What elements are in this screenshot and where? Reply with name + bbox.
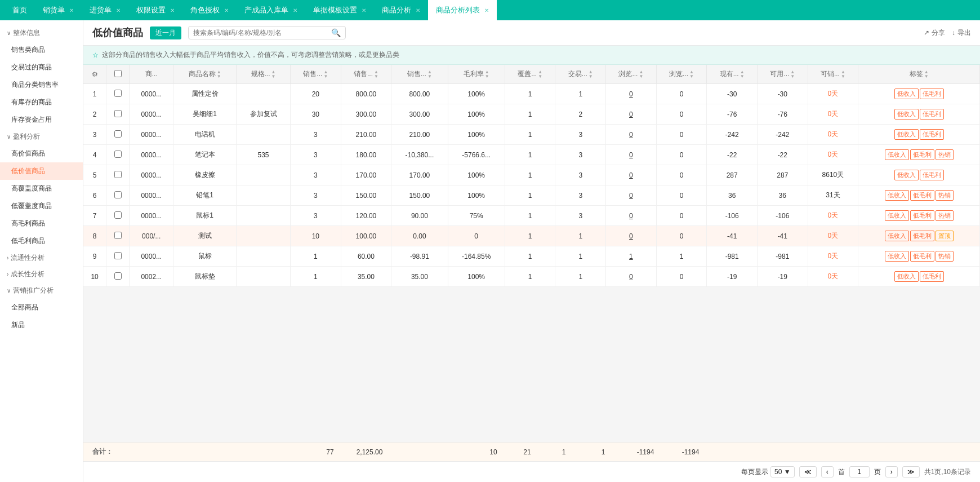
col-header-gross_margin[interactable]: 毛利率▲▼ bbox=[448, 65, 505, 84]
row-checkbox[interactable] bbox=[114, 110, 122, 117]
export-button[interactable]: ↓ 导出 bbox=[952, 28, 971, 38]
last-page-button[interactable]: ≫ bbox=[902, 466, 920, 477]
close-icon[interactable]: ✕ bbox=[224, 7, 229, 14]
col-header-sellable[interactable]: 可销...▲▼ bbox=[808, 65, 858, 84]
sidebar-group-成长性分析[interactable]: ›成长性分析 bbox=[0, 266, 83, 282]
nav-item-首页[interactable]: 首页 bbox=[5, 0, 35, 20]
col-header-sales_amount[interactable]: 销售...▲▼ bbox=[391, 65, 448, 84]
row-checkbox[interactable] bbox=[114, 171, 122, 178]
col-header-sales_qty[interactable]: 销售...▲▼ bbox=[291, 65, 341, 84]
next-page-button[interactable]: › bbox=[885, 466, 898, 477]
tag-badge: 低毛利 bbox=[920, 129, 944, 140]
sidebar-item-低毛利商品[interactable]: 低毛利商品 bbox=[0, 232, 83, 250]
footer-label: 合计： bbox=[92, 447, 113, 457]
cell-spec bbox=[237, 226, 291, 246]
col-header-code[interactable]: 商... bbox=[130, 65, 173, 84]
col-header-view1[interactable]: 浏览...▲▼ bbox=[606, 65, 657, 84]
cell-coverage: 1 bbox=[505, 125, 555, 145]
sidebar-item-库存资金占用[interactable]: 库存资金占用 bbox=[0, 111, 83, 129]
row-checkbox[interactable] bbox=[114, 90, 122, 97]
sidebar-item-新品[interactable]: 新品 bbox=[0, 316, 83, 334]
cell-name: 橡皮擦 bbox=[173, 165, 237, 185]
col-header-trade[interactable]: 交易...▲▼ bbox=[555, 65, 606, 84]
footer-cell: 1 bbox=[583, 448, 623, 456]
sidebar-item-有库存的商品[interactable]: 有库存的商品 bbox=[0, 94, 83, 111]
col-header-available_stock[interactable]: 可用...▲▼ bbox=[757, 65, 808, 84]
col-header-view2[interactable]: 浏览...▲▼ bbox=[656, 65, 707, 84]
row-checkbox[interactable] bbox=[114, 130, 122, 138]
tag-badge: 低毛利 bbox=[910, 190, 934, 201]
col-header-checkbox[interactable] bbox=[106, 65, 130, 84]
cell-trade: 3 bbox=[555, 206, 606, 226]
col-header-sales_price[interactable]: 销售...▲▼ bbox=[341, 65, 391, 84]
sidebar-group-整体信息[interactable]: ∨整体信息 bbox=[0, 25, 83, 41]
first-page-button[interactable]: ≪ bbox=[799, 466, 817, 477]
cell-current_stock: -30 bbox=[707, 84, 758, 104]
nav-item-权限设置[interactable]: 权限设置✕ bbox=[128, 0, 182, 20]
sidebar-item-高价值商品[interactable]: 高价值商品 bbox=[0, 145, 83, 162]
row-checkbox[interactable] bbox=[114, 151, 122, 158]
cell-view1: 0 bbox=[606, 84, 657, 104]
page-number-input[interactable] bbox=[849, 466, 870, 477]
cell-name: 属性定价 bbox=[173, 84, 237, 104]
sidebar-item-高覆盖度商品[interactable]: 高覆盖度商品 bbox=[0, 180, 83, 197]
cell-sales_amount: 170.00 bbox=[391, 165, 448, 185]
sidebar-group-盈利分析[interactable]: ∨盈利分析 bbox=[0, 129, 83, 145]
sidebar-item-低覆盖度商品[interactable]: 低覆盖度商品 bbox=[0, 197, 83, 215]
row-checkbox[interactable] bbox=[114, 191, 122, 198]
nav-item-进货单[interactable]: 进货单✕ bbox=[82, 0, 128, 20]
sidebar-item-全部商品[interactable]: 全部商品 bbox=[0, 299, 83, 316]
close-icon[interactable]: ✕ bbox=[116, 7, 121, 14]
sidebar-group-流通性分析[interactable]: ›流通性分析 bbox=[0, 250, 83, 266]
row-checkbox[interactable] bbox=[114, 272, 122, 280]
cell-trade: 1 bbox=[555, 267, 606, 287]
table-row: 8000/...测试10100.000.0001100-41-410天低收入低毛… bbox=[83, 226, 980, 246]
row-checkbox[interactable] bbox=[114, 252, 122, 259]
close-icon[interactable]: ✕ bbox=[484, 7, 489, 14]
close-icon[interactable]: ✕ bbox=[362, 7, 366, 14]
sidebar-group-营销推广分析[interactable]: ∨营销推广分析 bbox=[0, 282, 83, 299]
tag-badge: 热销 bbox=[936, 210, 954, 221]
close-icon[interactable]: ✕ bbox=[170, 7, 175, 14]
close-icon[interactable]: ✕ bbox=[293, 7, 297, 14]
nav-item-商品分析[interactable]: 商品分析✕ bbox=[374, 0, 428, 20]
table-container: ⚙商...商品名称▲▼规格...▲▼销售...▲▼销售...▲▼销售...▲▼毛… bbox=[83, 65, 980, 442]
col-header-tags[interactable]: 标签▲▼ bbox=[858, 65, 980, 84]
sidebar-item-商品分类销售率[interactable]: 商品分类销售率 bbox=[0, 76, 83, 94]
nav-item-角色授权[interactable]: 角色授权✕ bbox=[182, 0, 237, 20]
cell-sales_price: 210.00 bbox=[341, 125, 391, 145]
share-button[interactable]: ↗ 分享 bbox=[924, 28, 945, 38]
cell-name: 测试 bbox=[173, 226, 237, 246]
sidebar-item-销售类商品[interactable]: 销售类商品 bbox=[0, 41, 83, 59]
sidebar-item-高毛利商品[interactable]: 高毛利商品 bbox=[0, 215, 83, 232]
nav-item-产成品入库单[interactable]: 产成品入库单✕ bbox=[237, 0, 305, 20]
col-header-name[interactable]: 商品名称▲▼ bbox=[173, 65, 237, 84]
cell-id: 3 bbox=[83, 125, 106, 145]
row-checkbox[interactable] bbox=[114, 211, 122, 219]
select-all-checkbox[interactable] bbox=[114, 70, 122, 77]
nav-item-销货单[interactable]: 销货单✕ bbox=[35, 0, 82, 20]
nav-item-单据模板设置[interactable]: 单据模板设置✕ bbox=[305, 0, 374, 20]
cell-coverage: 1 bbox=[505, 267, 555, 287]
filter-button[interactable]: 近一月 bbox=[150, 26, 181, 39]
sidebar-item-低价值商品[interactable]: 低价值商品 bbox=[0, 162, 83, 180]
cell-code: 0002... bbox=[130, 267, 173, 287]
row-checkbox[interactable] bbox=[114, 232, 122, 239]
table-row: 20000...吴细细1参加复试30300.00300.00100%1200-7… bbox=[83, 104, 980, 125]
cell-id: 10 bbox=[83, 267, 106, 287]
cell-trade: 3 bbox=[555, 145, 606, 165]
close-icon[interactable]: ✕ bbox=[69, 7, 74, 14]
col-header-current_stock[interactable]: 现有...▲▼ bbox=[707, 65, 758, 84]
prev-page-button[interactable]: ‹ bbox=[821, 466, 834, 477]
cell-trade: 1 bbox=[555, 84, 606, 104]
col-header-settings[interactable]: ⚙ bbox=[83, 65, 106, 84]
sidebar-item-交易过的商品[interactable]: 交易过的商品 bbox=[0, 59, 83, 76]
cell-current_stock: -106 bbox=[707, 206, 758, 226]
nav-item-商品分析列表[interactable]: 商品分析列表✕ bbox=[428, 0, 497, 20]
cell-available_stock: 36 bbox=[757, 185, 808, 206]
col-header-coverage[interactable]: 覆盖...▲▼ bbox=[505, 65, 555, 84]
close-icon[interactable]: ✕ bbox=[416, 7, 420, 14]
tag-badge: 低收入 bbox=[894, 89, 919, 99]
search-input[interactable] bbox=[193, 29, 328, 37]
col-header-spec[interactable]: 规格...▲▼ bbox=[237, 65, 291, 84]
